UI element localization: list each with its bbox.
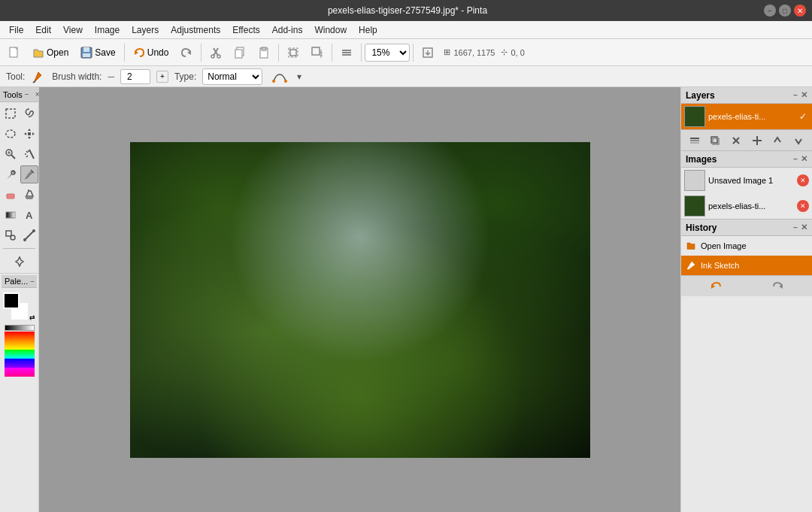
crop-button[interactable] <box>282 42 304 63</box>
color-swap-section: ⇄ <box>29 291 35 321</box>
copy-button[interactable] <box>229 42 251 63</box>
cut-button[interactable] <box>205 42 227 63</box>
magic-wand-tool[interactable] <box>20 145 38 163</box>
layer-down-icon <box>792 135 804 147</box>
purple-strip[interactable] <box>5 368 35 377</box>
layer-up-btn[interactable] <box>769 133 786 148</box>
images-header-controls: − ✕ <box>793 154 807 164</box>
tools-grid: A <box>0 102 38 247</box>
history-close-btn[interactable]: ✕ <box>801 223 807 232</box>
image-item-1[interactable]: pexels-elias-ti... ✕ <box>681 193 812 219</box>
paste-button[interactable] <box>253 42 275 63</box>
special-tool[interactable] <box>11 253 29 271</box>
history-forward-icon <box>772 280 784 292</box>
image-item-0[interactable]: Unsaved Image 1 ✕ <box>681 168 812 193</box>
magic-wand-icon <box>23 148 35 160</box>
maximize-button[interactable]: □ <box>779 5 791 17</box>
eraser-tool[interactable] <box>2 186 20 204</box>
open-icon <box>32 47 44 59</box>
history-panel-header: History − ✕ <box>681 220 812 236</box>
images-close-btn[interactable]: ✕ <box>801 154 807 164</box>
rect-select-tool[interactable] <box>2 105 20 123</box>
separator-5 <box>361 44 362 62</box>
lasso-select-tool[interactable] <box>20 105 38 123</box>
fg-color-swatch[interactable] <box>3 292 20 309</box>
image-thumb-0 <box>684 170 705 191</box>
type-select[interactable]: Normal Multiply Screen Overlay <box>202 68 262 85</box>
layer-item-0[interactable]: pexels-elias-ti... ✓ <box>681 104 812 129</box>
new-button[interactable] <box>3 42 26 63</box>
layers-collapse-btn[interactable]: − <box>793 91 798 99</box>
layer-duplicate-btn[interactable] <box>707 133 723 148</box>
color-picker-tool[interactable] <box>2 165 20 183</box>
svg-point-20 <box>284 80 287 83</box>
save-button[interactable]: Save <box>75 42 120 63</box>
text-tool[interactable]: A <box>20 206 38 224</box>
canvas-area[interactable] <box>39 87 680 512</box>
red-strip[interactable] <box>5 332 35 341</box>
open-button[interactable]: Open <box>27 42 74 63</box>
ellipse-select-tool[interactable] <box>2 125 20 143</box>
flatten-button[interactable] <box>335 42 358 63</box>
menu-item-view[interactable]: View <box>57 23 89 37</box>
paste-icon <box>258 47 270 59</box>
menu-item-add-ins[interactable]: Add-ins <box>266 23 309 37</box>
layer-visibility-0[interactable]: ✓ <box>797 111 809 123</box>
swap-colors-btn[interactable]: ⇄ <box>29 314 35 321</box>
redo-button[interactable] <box>175 42 198 63</box>
resize-button[interactable] <box>306 42 329 63</box>
move-tool[interactable] <box>20 125 38 143</box>
menu-item-adjustments[interactable]: Adjustments <box>165 23 226 37</box>
tools-collapse-btn[interactable]: − <box>23 90 32 99</box>
history-item-1[interactable]: Ink Sketch <box>681 256 812 275</box>
brush-width-input[interactable] <box>120 69 150 84</box>
paintbrush-tool[interactable] <box>20 165 38 183</box>
brush-width-plus[interactable]: + <box>156 71 168 83</box>
menu-item-window[interactable]: Window <box>308 23 353 37</box>
image-close-0[interactable]: ✕ <box>797 174 809 186</box>
canvas-image[interactable] <box>130 142 590 458</box>
layer-down-btn[interactable] <box>790 133 807 148</box>
zoom-tool[interactable] <box>2 145 20 163</box>
svg-rect-47 <box>713 138 719 144</box>
menu-item-file[interactable]: File <box>3 23 29 37</box>
green-strip[interactable] <box>5 350 35 359</box>
type-label: Type: <box>174 71 196 82</box>
layer-add-btn[interactable] <box>749 133 765 148</box>
undo-icon <box>133 47 145 59</box>
layer-delete-btn[interactable] <box>728 133 744 148</box>
blue-strip[interactable] <box>5 359 35 368</box>
menu-item-image[interactable]: Image <box>89 23 126 37</box>
curve-tool-btn[interactable] <box>268 68 291 85</box>
history-forward-btn[interactable] <box>770 279 786 294</box>
menu-item-effects[interactable]: Effects <box>226 23 265 37</box>
line-tool[interactable] <box>20 226 38 244</box>
close-button[interactable]: ✕ <box>794 5 806 17</box>
orange-strip[interactable] <box>5 341 35 350</box>
history-back-btn[interactable] <box>707 279 724 294</box>
undo-button[interactable]: Undo <box>128 42 174 63</box>
layers-close-btn[interactable]: ✕ <box>801 90 807 100</box>
save-as-button[interactable] <box>417 42 439 63</box>
palette-collapse-btn[interactable]: − <box>28 277 37 286</box>
menu-item-layers[interactable]: Layers <box>126 23 165 37</box>
history-collapse-btn[interactable]: − <box>793 223 798 232</box>
images-collapse-btn[interactable]: − <box>793 155 798 163</box>
minimize-button[interactable]: − <box>764 5 776 17</box>
history-open-icon <box>686 241 696 252</box>
menu-item-edit[interactable]: Edit <box>29 23 57 37</box>
zoom-select[interactable]: 15% 25% 50% 100% <box>365 44 410 62</box>
canvas-image-content <box>130 142 590 458</box>
separator-2 <box>201 44 201 62</box>
menu-item-help[interactable]: Help <box>353 23 383 37</box>
bucket-fill-tool[interactable] <box>20 186 38 204</box>
canvas-size: ⊞ <box>444 47 450 57</box>
shapes-tool[interactable] <box>2 226 20 244</box>
history-item-0[interactable]: Open Image <box>681 236 812 256</box>
svg-line-29 <box>26 151 28 153</box>
layer-merge-btn[interactable] <box>686 133 703 148</box>
window-controls: − □ ✕ <box>764 5 806 17</box>
tools-divider <box>3 248 35 249</box>
gradient-tool[interactable] <box>2 206 20 224</box>
image-close-1[interactable]: ✕ <box>797 200 809 212</box>
